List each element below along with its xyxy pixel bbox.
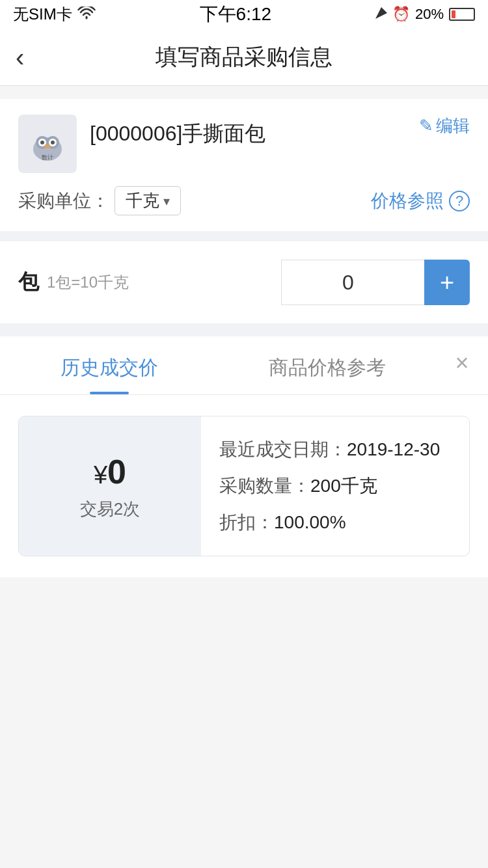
chevron-down-icon: ▾: [163, 193, 170, 209]
product-row-top: 数计 [0000006]手撕面包 ✎ 编辑: [18, 115, 470, 173]
quantity-plus-button[interactable]: +: [424, 260, 470, 305]
price-ref-label: 价格参照: [371, 189, 444, 213]
svg-text:数计: 数计: [42, 154, 53, 161]
tab-content-history: ¥0 交易2次 最近成交日期： 2019-12-30 采购数量： 200千克 折…: [0, 395, 488, 577]
svg-point-7: [51, 141, 55, 144]
unit-value: 千克: [126, 189, 159, 212]
status-left: 无SIM卡: [13, 4, 96, 25]
product-info: 数计 [0000006]手撕面包: [18, 115, 265, 173]
yen-symbol: ¥: [94, 461, 107, 489]
edit-icon: ✎: [419, 116, 433, 136]
history-card-right: 最近成交日期： 2019-12-30 采购数量： 200千克 折扣： 100.0…: [201, 416, 469, 556]
detail-date-value: 2019-12-30: [347, 439, 440, 460]
section-divider-1: [0, 231, 488, 241]
status-bar: 无SIM卡 下午6:12 ⏰ 20%: [0, 0, 488, 29]
unit-label: 采购单位： 千克 ▾: [18, 186, 181, 215]
quantity-input[interactable]: [281, 260, 424, 305]
product-logo: 数计: [28, 124, 67, 163]
carrier-label: 无SIM卡: [13, 4, 72, 25]
battery-pct: 20%: [415, 6, 444, 23]
unit-label-text: 采购单位：: [18, 189, 109, 213]
back-button[interactable]: ‹: [16, 44, 24, 70]
detail-discount-label: 折扣：: [219, 510, 274, 535]
page-title: 填写商品采购信息: [156, 42, 332, 72]
history-card-left: ¥0 交易2次: [19, 416, 201, 556]
unit-select[interactable]: 千克 ▾: [115, 186, 181, 215]
product-card: 数计 [0000006]手撕面包 ✎ 编辑 采购单位： 千克 ▾ 价格参照 ?: [0, 99, 488, 231]
tab-history-price[interactable]: 历史成交价: [0, 336, 218, 394]
detail-qty-label: 采购数量：: [219, 474, 310, 498]
question-icon: ?: [449, 191, 470, 211]
history-detail-date: 最近成交日期： 2019-12-30: [219, 437, 451, 462]
tabs-panel: 历史成交价 商品价格参考 × ¥0 交易2次 最近成交日期： 2019-12-3…: [0, 336, 488, 577]
detail-date-label: 最近成交日期：: [219, 437, 347, 462]
tabs-header: 历史成交价 商品价格参考 ×: [0, 336, 488, 395]
section-divider-2: [0, 323, 488, 336]
price-ref-button[interactable]: 价格参照 ?: [371, 189, 470, 213]
tabs-close-button[interactable]: ×: [436, 349, 488, 382]
wifi-icon: [77, 5, 96, 23]
quantity-row: 包 1包=10千克 +: [0, 241, 488, 323]
gps-icon: [375, 6, 387, 23]
battery-icon: [449, 8, 475, 21]
history-price-value: 0: [107, 453, 126, 491]
history-card: ¥0 交易2次 最近成交日期： 2019-12-30 采购数量： 200千克 折…: [18, 416, 470, 556]
svg-point-8: [44, 144, 51, 148]
quantity-control: +: [281, 260, 470, 305]
bottom-area: [0, 577, 488, 868]
history-detail-discount: 折扣： 100.00%: [219, 510, 451, 535]
edit-label: 编辑: [436, 115, 470, 137]
edit-button[interactable]: ✎ 编辑: [419, 115, 470, 137]
nav-bar: ‹ 填写商品采购信息: [0, 29, 488, 86]
status-right: ⏰ 20%: [375, 6, 475, 23]
detail-qty-value: 200千克: [310, 474, 377, 498]
tab-price-ref[interactable]: 商品价格参考: [218, 336, 436, 394]
status-time: 下午6:12: [200, 2, 272, 27]
product-name: [0000006]手撕面包: [90, 115, 265, 148]
product-thumbnail: 数计: [18, 115, 77, 173]
history-trades-count: 交易2次: [80, 498, 140, 521]
alarm-icon: ⏰: [392, 6, 410, 23]
quantity-label: 包 1包=10千克: [18, 268, 129, 297]
quantity-unit: 包: [18, 268, 39, 297]
history-price: ¥0: [94, 452, 126, 491]
history-detail-qty: 采购数量： 200千克: [219, 474, 451, 498]
detail-discount-value: 100.00%: [274, 512, 346, 533]
svg-point-6: [40, 141, 44, 144]
quantity-unit-ratio: 1包=10千克: [47, 272, 129, 293]
svg-marker-0: [375, 7, 387, 19]
product-row-bottom: 采购单位： 千克 ▾ 价格参照 ?: [18, 186, 470, 215]
